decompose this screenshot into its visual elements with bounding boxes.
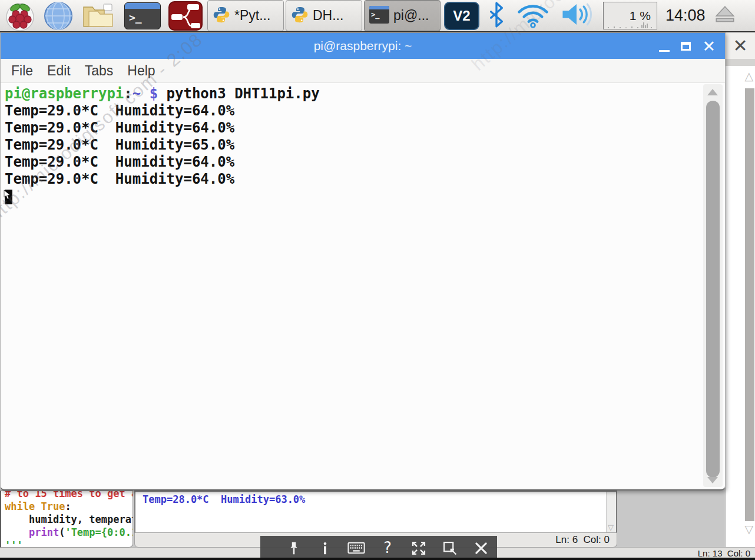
terminal-output-line: Temp=29.0*C Humidity=64.0%: [5, 120, 705, 137]
prompt-user-host: pi@raspberrypi: [5, 85, 124, 102]
terminal-menubar: FileEditTabsHelp: [1, 59, 725, 83]
toolbar-scale-icon[interactable]: [441, 539, 459, 557]
vnc-icon[interactable]: V2: [444, 2, 479, 30]
menu-tabs[interactable]: Tabs: [78, 63, 121, 79]
volume-icon[interactable]: [561, 1, 595, 30]
toolbar-keyboard-icon[interactable]: [347, 539, 365, 557]
terminal-window: pi@raspberrypi: ~ ✕ FileEditTabsHelp pi@…: [0, 32, 726, 491]
code-token: humidity, temperat: [5, 513, 133, 525]
taskbar-window-label: DH...: [313, 8, 343, 24]
editor-close-icon[interactable]: ✕: [733, 37, 747, 55]
close-icon[interactable]: ✕: [702, 38, 716, 54]
terminal-titlebar[interactable]: pi@raspberrypi: ~ ✕: [1, 33, 725, 59]
terminal-launcher-icon[interactable]: >_: [124, 2, 161, 29]
vnc-label: V2: [453, 8, 470, 24]
web-browser-icon[interactable]: [43, 1, 74, 31]
raspberry-menu-icon[interactable]: [5, 1, 35, 31]
code-token: [35, 501, 41, 512]
cpu-monitor[interactable]: 1 %: [603, 2, 657, 29]
code-editor-pane[interactable]: # to 15 times to get awhile True: humidi…: [0, 491, 133, 548]
screen-bottom-edge: [0, 558, 755, 560]
code-token: 'Temp={0:0.1: [65, 526, 133, 538]
eject-icon[interactable]: [714, 4, 736, 28]
taskbar-windows: *Pyt...DH...>_pi@...: [207, 0, 441, 31]
cpu-graph-icon: [605, 20, 655, 28]
code-token: print: [29, 526, 59, 538]
svg-text:?: ?: [383, 540, 392, 556]
taskbar-launchers: >_: [0, 1, 203, 31]
editor-scrollbar-up-icon[interactable]: △: [744, 69, 753, 83]
desktop: ✕ △ ▽ # to 15 times to get awhile True: …: [0, 0, 755, 560]
terminal-output-line: Temp=29.0*C Humidity=64.0%: [5, 154, 705, 171]
terminal-cursor: [5, 190, 12, 204]
menu-edit[interactable]: Edit: [40, 63, 78, 79]
toolbar-pin-icon[interactable]: [285, 539, 303, 557]
mouse-pointer-icon: [3, 190, 11, 200]
code-token: :: [65, 501, 71, 512]
menu-help[interactable]: Help: [120, 63, 162, 79]
editor-window-titlebar-fragment: ✕: [726, 32, 755, 59]
terminal-output-line: Temp=29.0*C Humidity=64.0%: [5, 102, 705, 120]
shell-scrollbar[interactable]: ▽: [606, 492, 616, 532]
terminal-icon: >_: [369, 6, 389, 26]
code-line: while True:: [5, 500, 133, 513]
prompt-symbol: $: [150, 85, 158, 102]
bluetooth-icon[interactable]: [488, 1, 505, 31]
line-col-indicator: Ln: 6 Col: 0: [555, 534, 610, 546]
toolbar-info-icon[interactable]: [316, 539, 334, 557]
prompt-colon: :: [124, 85, 132, 102]
toolbar-close-icon[interactable]: [472, 539, 490, 557]
terminal-output-line: Temp=29.0*C Humidity=64.0%: [5, 171, 705, 188]
python-icon: [213, 5, 230, 26]
window-title: pi@raspberrypi: ~: [314, 39, 412, 53]
line-col-indicator: Ln: 13 Col: 0: [698, 548, 750, 558]
menu-file[interactable]: File: [4, 63, 40, 79]
taskbar-window-label: pi@...: [393, 8, 429, 24]
scrollbar-down-icon[interactable]: [707, 477, 718, 483]
minimize-icon[interactable]: [659, 50, 670, 52]
shell-output-line: Temp=28.0*C Humidity=63.0%: [135, 492, 616, 506]
editor-scrollbar-down-icon[interactable]: ▽: [744, 522, 753, 536]
code-line: print('Temp={0:0.1: [5, 526, 133, 539]
taskbar: >_ *Pyt...DH...>_pi@... V2: [0, 0, 755, 32]
taskbar-window-pyt[interactable]: *Pyt...: [207, 0, 284, 31]
terminal-output-line: Temp=29.0*C Humidity=65.0%: [5, 137, 705, 154]
editor-window-edge-gap: [726, 59, 755, 66]
code-line: # to 15 times to get a: [5, 491, 133, 500]
code-token: while: [5, 501, 35, 512]
shell-scrollbar-down-icon: ▽: [608, 523, 614, 532]
vnc-viewer-toolbar: ?: [260, 536, 497, 560]
taskbar-window-label: *Pyt...: [234, 8, 270, 24]
taskbar-window-dh[interactable]: DH...: [286, 0, 362, 31]
code-token: [5, 526, 29, 538]
window-controls: ✕: [659, 33, 716, 59]
terminal-prompt-line: pi@raspberrypi:~ $ python3 DHT11pi.py: [5, 85, 705, 102]
terminal-output: Temp=29.0*C Humidity=64.0%Temp=29.0*C Hu…: [5, 102, 705, 188]
scrollbar-up-icon[interactable]: [707, 89, 718, 95]
toolbar-fullscreen-icon[interactable]: [410, 539, 428, 557]
code-token: (: [59, 526, 65, 538]
code-line: humidity, temperat: [5, 513, 133, 526]
code-token: ''': [5, 539, 23, 548]
toolbar-help-icon[interactable]: ?: [379, 539, 396, 557]
prompt-command: python3 DHT11pi.py: [167, 85, 320, 102]
terminal-scrollbar[interactable]: [703, 84, 723, 487]
clock[interactable]: 14:08: [665, 6, 706, 25]
code-line: ''': [5, 539, 133, 548]
wifi-icon[interactable]: [514, 1, 552, 31]
node-red-icon[interactable]: [168, 1, 203, 31]
code-token: # to 15 times to get a: [5, 491, 133, 499]
editor-shell-pane[interactable]: Temp=28.0*C Humidity=63.0% ▽: [134, 491, 617, 533]
editor-window-right-edge: ✕ △ ▽: [725, 32, 755, 547]
editor-scrollbar-thumb[interactable]: [745, 88, 754, 521]
scrollbar-thumb[interactable]: [706, 101, 720, 478]
terminal-content[interactable]: pi@raspberrypi:~ $ python3 DHT11pi.py Te…: [1, 83, 705, 490]
system-tray: V2: [444, 1, 736, 31]
taskbar-window-pi@[interactable]: >_pi@...: [364, 0, 441, 31]
code-lines: # to 15 times to get awhile True: humidi…: [5, 491, 133, 548]
prompt-path: ~: [133, 85, 141, 102]
file-manager-icon[interactable]: [81, 2, 117, 30]
maximize-icon[interactable]: [681, 42, 691, 51]
python-icon: [291, 5, 309, 26]
code-token: True: [41, 501, 65, 512]
